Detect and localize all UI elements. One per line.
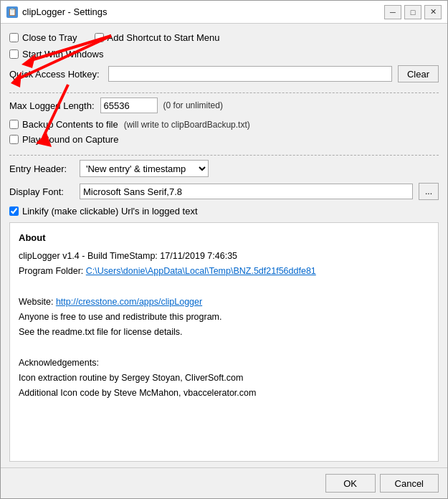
- folder-link[interactable]: C:\Users\donie\AppData\Local\Temp\BNZ.5d…: [86, 266, 316, 276]
- backup-contents-group: Backup Contents to file: [9, 119, 118, 130]
- about-ack-title: Acknowledgements:: [19, 356, 429, 371]
- divider-1: [9, 92, 439, 93]
- add-shortcut-group: Add Shortcut to Start Menu: [95, 32, 220, 43]
- linkify-row: Linkify (make clickable) Url's in logged…: [9, 206, 439, 217]
- start-with-windows-label: Start With Windows: [22, 49, 103, 60]
- play-sound-label: Play Sound on Capture: [22, 134, 118, 145]
- backup-contents-label: Backup Contents to file: [22, 119, 118, 130]
- about-free-line: Anyone is free to use and redistribute t…: [19, 310, 429, 325]
- backup-contents-checkbox[interactable]: [9, 120, 19, 129]
- font-browse-button[interactable]: ...: [419, 183, 439, 200]
- play-sound-checkbox[interactable]: [9, 135, 19, 144]
- backup-row: Backup Contents to file (will write to c…: [9, 119, 439, 130]
- window-title: clipLogger - Settings: [22, 6, 108, 17]
- entry-header-row: Entry Header: 'New entry' & timestamp No…: [9, 160, 439, 177]
- start-with-windows-group: Start With Windows: [9, 49, 103, 60]
- clear-button[interactable]: Clear: [398, 65, 439, 82]
- add-shortcut-checkbox[interactable]: [95, 33, 104, 42]
- about-website-line: Website: http://cresstone.com/apps/clipL…: [19, 295, 429, 310]
- hotkey-row: Quick Access Hotkey: Clear: [9, 65, 439, 82]
- maximize-button[interactable]: □: [404, 5, 421, 19]
- display-font-label: Display Font:: [9, 186, 74, 197]
- max-logged-row: Max Logged Length: (0 for unlimited): [9, 98, 439, 113]
- max-logged-input[interactable]: [100, 98, 158, 113]
- about-section: About clipLogger v1.4 - Build TimeStamp:…: [9, 222, 439, 462]
- display-font-input[interactable]: [80, 184, 413, 199]
- about-version-line: clipLogger v1.4 - Build TimeStamp: 17/11…: [19, 249, 429, 264]
- play-sound-row: Play Sound on Capture: [9, 134, 439, 145]
- add-shortcut-label: Add Shortcut to Start Menu: [108, 32, 220, 43]
- hotkey-label: Quick Access Hotkey:: [9, 69, 103, 80]
- linkify-group: Linkify (make clickable) Url's in logged…: [9, 206, 198, 217]
- about-readme-line: See the readme.txt file for license deta…: [19, 325, 429, 340]
- ok-button[interactable]: OK: [325, 474, 376, 493]
- close-to-tray-label: Close to Tray: [22, 32, 77, 43]
- linkify-label: Linkify (make clickable) Url's in logged…: [22, 206, 198, 217]
- cancel-button[interactable]: Cancel: [380, 474, 439, 493]
- close-to-tray-checkbox[interactable]: [9, 33, 19, 42]
- divider-2: [9, 155, 439, 156]
- backup-note: (will write to clipBoardBackup.txt): [124, 120, 250, 130]
- about-ack-2: Additional Icon code by Steve McMahon, v…: [19, 386, 429, 401]
- start-with-windows-row: Start With Windows: [9, 49, 439, 60]
- about-ack-1: Icon extraction routine by Sergey Stoyan…: [19, 371, 429, 386]
- start-with-windows-checkbox[interactable]: [9, 49, 19, 59]
- website-link[interactable]: http://cresstone.com/apps/clipLogger: [56, 297, 202, 307]
- max-logged-note: (0 for unlimited): [163, 100, 223, 110]
- title-bar: 📋 clipLogger - Settings ─ □ ✕: [1, 1, 447, 24]
- settings-content: Close to Tray Add Shortcut to Start Menu…: [1, 24, 447, 467]
- title-bar-controls: ─ □ ✕: [384, 5, 442, 19]
- entry-header-label: Entry Header:: [9, 163, 74, 174]
- top-checkboxes-row: Close to Tray Add Shortcut to Start Menu: [9, 32, 439, 43]
- hotkey-input[interactable]: [108, 66, 392, 82]
- play-sound-group: Play Sound on Capture: [9, 134, 118, 145]
- about-folder-line: Program Folder: C:\Users\donie\AppData\L…: [19, 264, 429, 279]
- display-font-row: Display Font: ...: [9, 183, 439, 200]
- linkify-checkbox[interactable]: [9, 206, 19, 216]
- about-title: About: [19, 230, 429, 246]
- close-button[interactable]: ✕: [424, 5, 442, 19]
- close-to-tray-group: Close to Tray: [9, 32, 77, 43]
- entry-header-select[interactable]: 'New entry' & timestamp No header Timest…: [80, 160, 209, 177]
- max-logged-label: Max Logged Length:: [9, 100, 95, 111]
- minimize-button[interactable]: ─: [384, 5, 401, 19]
- app-icon: 📋: [6, 6, 18, 18]
- footer: OK Cancel: [1, 467, 447, 498]
